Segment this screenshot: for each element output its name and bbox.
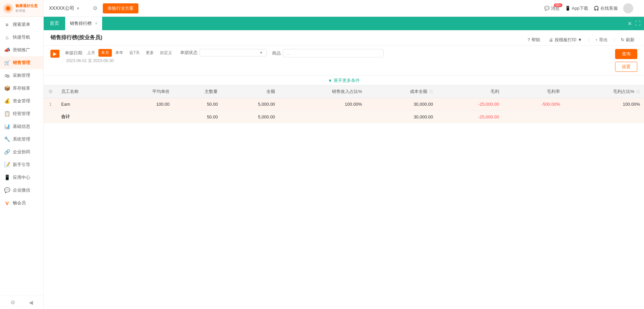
goods-filter-label: 商品 [272,50,281,56]
marketing-icon: 📣 [4,47,10,53]
col-header-amount: 全额 [222,85,279,98]
cell-amount: 5,000.00 [222,98,279,110]
sidebar-item-guide[interactable]: 📝 新手引导 [0,158,43,171]
settings-link-button[interactable]: 设置 [615,62,637,72]
footer-amount: 5,000.00 [222,110,279,123]
goods-filter-input[interactable]: ... [283,49,384,57]
date-tab-last-month[interactable]: 上月 [84,49,98,57]
template-print-button[interactable]: 🖨 按模板打印 ▼ [546,36,585,44]
sidebar-item-label: 搜索菜单 [13,21,30,28]
tab-bar: 首页 销售排行榜 × ✕ ⛶ [44,17,644,30]
sidebar-settings-icon[interactable]: ⚙ [10,299,15,306]
sidebar-item-label: 营销推广 [13,47,30,53]
sidebar-item-basic-info[interactable]: 📊 基础信息 [0,120,43,133]
sidebar-item-operations[interactable]: 📋 经营管理 [0,107,43,120]
print-icon: 🖨 [549,37,553,42]
tab-label: 销售排行榜 [70,20,92,27]
company-name: XXXXX公司 [49,5,74,11]
sidebar-item-label: 经营管理 [13,111,30,117]
date-tab-more[interactable]: 更多 [143,49,157,57]
cell-gross: -25,000.00 [437,98,503,110]
sidebar-item-sales[interactable]: 🛒 销售管理 [0,56,43,69]
sidebar-item-label: 快捷导航 [13,34,30,40]
tab-sales-ranking[interactable]: 销售排行榜 × [65,17,102,30]
finance-icon: 💰 [4,98,10,104]
sidebar-collapse-icon[interactable]: ◀ [29,299,33,306]
sidebar-item-marketing[interactable]: 📣 营销推广 [0,44,43,56]
company-selector[interactable]: XXXXX公司 ▼ [49,5,89,11]
help-icon: ? [528,37,530,42]
status-filter-select[interactable]: ▼ [200,49,267,56]
table-wrap: ⚙ 员工名称 平均单价 主数量 全额 销售收入占比% 成本全额 ⓘ 毛利 [44,85,644,309]
sidebar-item-label: 企业协同 [13,149,30,155]
online-service-button[interactable]: 🎧 在线客服 [594,5,618,11]
sidebar-item-finance[interactable]: 💰 资金管理 [0,95,43,107]
col-header-sales-pct: 销售收入占比% [279,85,366,98]
sidebar-item-label: 基础信息 [13,123,30,130]
date-tab-this-month[interactable]: 本月 [98,49,112,57]
date-tab-last-7[interactable]: 近7天 [127,49,142,57]
help-button[interactable]: ? 帮助 [525,36,543,44]
quick-nav-icon: ⌂ [4,34,10,40]
export-button[interactable]: ↑ 导出 [593,36,610,44]
refresh-icon: ↻ [621,37,625,42]
filter-toggle-icon[interactable]: ▶ [50,50,59,58]
company-chevron-icon: ▼ [76,6,80,10]
logo-icon [3,3,13,14]
status-select-chevron-icon: ▼ [259,51,263,55]
sidebar-item-label: 应用中心 [13,174,30,181]
avatar[interactable] [623,3,633,13]
sidebar: 畅康通好生意 标准版 ≡ 搜索菜单 ⌂ 快捷导航 📣 营销推广 🛒 销售管理 🛍… [0,0,44,309]
tab-home[interactable]: 首页 [44,17,65,30]
sidebar-item-label: 系统管理 [13,136,30,142]
maximize-icon[interactable]: ⛶ [635,20,641,27]
sidebar-item-search-order[interactable]: ≡ 搜索菜单 [0,18,43,31]
expand-more-button[interactable]: ▼ 展开更多条件 [328,78,360,84]
footer-label: 合计 [57,110,115,123]
query-button[interactable]: 查询 [615,49,637,59]
header-right: 💬 消息 99+ 📱 App下载 🎧 在线客服 [544,3,639,13]
sidebar-item-purchase[interactable]: 🛍 采购管理 [0,69,43,82]
svg-point-2 [6,6,10,10]
expand-more-row: ▼ 展开更多条件 [44,75,644,85]
inventory-icon: 📦 [4,85,10,91]
tab-bar-actions: ✕ ⛶ [628,20,644,27]
sidebar-item-system[interactable]: 🔧 系统管理 [0,133,43,146]
sidebar-item-label: 采购管理 [13,72,30,79]
table-column-settings-icon[interactable]: ⚙ [48,89,53,94]
gross-pct-help-icon[interactable]: ⓘ [636,90,640,94]
operations-icon: 📋 [4,111,10,117]
date-tab-this-year[interactable]: 本年 [113,49,126,57]
cell-name: Eam [57,98,115,110]
data-table: ⚙ 员工名称 平均单价 主数量 全额 销售收入占比% 成本全额 ⓘ 毛利 [44,85,644,123]
app-download-button[interactable]: 📱 App下载 [565,5,588,11]
guide-icon: 📝 [4,162,10,168]
app-center-icon: 📱 [4,174,10,181]
collab-icon: 🔗 [4,149,10,155]
sidebar-item-enterprise-collab[interactable]: 🔗 企业协同 [0,146,43,158]
company-settings-icon[interactable]: ⚙ [93,5,97,11]
sidebar-item-app-center[interactable]: 📱 应用中心 [0,171,43,184]
date-tab-custom[interactable]: 自定义 [157,49,175,57]
close-window-icon[interactable]: ✕ [628,20,632,27]
cell-gross-pct: 100.00% [564,98,644,110]
footer-cost: 30,000.00 [366,110,437,123]
sidebar-item-member[interactable]: V 畅会员 [0,197,43,209]
message-button[interactable]: 💬 消息 99+ [544,5,560,11]
col-header-qty: 主数量 [174,85,222,98]
cell-avg-price: 100.00 [115,98,173,110]
chevron-down-icon: ▼ [328,78,332,83]
sidebar-item-label: 库存核算 [13,85,30,91]
col-header-cost: 成本全额 ⓘ [366,85,437,98]
sidebar-item-inventory[interactable]: 📦 库存核算 [0,82,43,95]
tab-close-icon[interactable]: × [95,21,97,26]
cost-help-icon[interactable]: ⓘ [429,90,433,94]
header: XXXXX公司 ▼ ⚙ 体验行业方案 💬 消息 99+ 📱 App下载 🎧 在线… [44,0,644,17]
cell-sales-pct: 100.00% [279,98,366,110]
sidebar-item-label: 新手引导 [13,162,30,168]
refresh-button[interactable]: ↻ 刷新 [618,36,637,44]
trial-button[interactable]: 体验行业方案 [103,3,138,13]
sidebar-item-enterprise-wx[interactable]: 💬 企业微信 [0,184,43,197]
sales-icon: 🛒 [4,60,10,66]
sidebar-item-quick-nav[interactable]: ⌂ 快捷导航 [0,31,43,44]
